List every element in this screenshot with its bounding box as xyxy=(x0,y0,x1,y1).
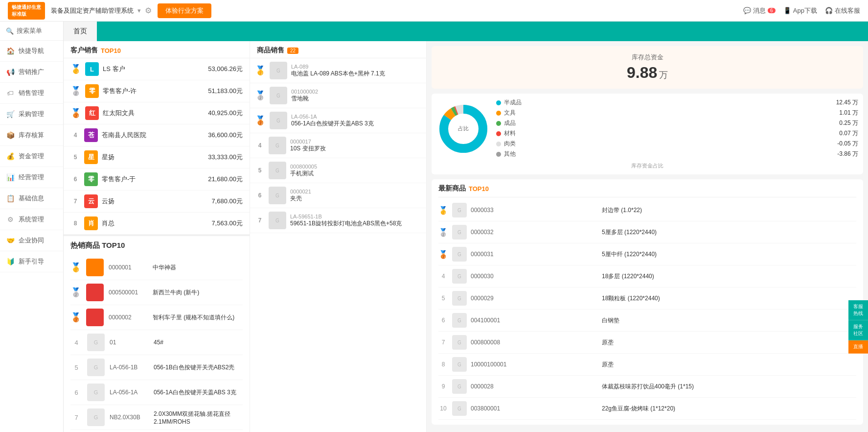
customer-name: 红太阳文具 xyxy=(103,109,204,118)
system-name: 装备及固定资产辅助管理系统 xyxy=(51,6,134,15)
product-thumbnail: G xyxy=(269,137,286,154)
rank-number: 4 xyxy=(70,339,82,346)
dropdown-arrow-icon[interactable]: ▾ xyxy=(137,7,141,14)
donut-legend-items: 半成品 12.45 万 文具 1.01 万 成品 0.25 万 材料 0.07 … xyxy=(496,98,858,158)
app-download-button[interactable]: 📱 App下载 xyxy=(783,6,817,15)
inventory-unit: 万 xyxy=(659,70,668,80)
legend-label: 半成品 xyxy=(504,98,833,107)
search-menu[interactable]: 🔍 搜索菜单 xyxy=(0,22,63,41)
customer-name: 零售客户-许 xyxy=(103,87,204,96)
latest-product-item: 5 G 0000029 18颗粒板 (1220*2440) xyxy=(438,288,856,310)
product-name: 5厘多层 (1220*2440) xyxy=(602,228,856,237)
donut-legend: 半成品 12.45 万 文具 1.01 万 成品 0.25 万 材料 0.07 … xyxy=(496,98,858,160)
logo-line1: 畅捷通好生意 xyxy=(12,4,41,11)
product-code: NB2.0X30B xyxy=(110,414,149,421)
sidebar-item-system[interactable]: ⚙ 系统管理 xyxy=(0,209,63,230)
sidebar-item-operation[interactable]: 📊 经营管理 xyxy=(0,167,63,188)
sidebar-icon-operation: 📊 xyxy=(6,173,15,182)
sidebar-item-finance[interactable]: 💰 资金管理 xyxy=(0,146,63,167)
product-code: 0000017 xyxy=(290,139,421,144)
product-thumbnail: G xyxy=(269,212,286,229)
legend-label: 材料 xyxy=(504,129,836,138)
hotline-button[interactable]: 客服热线 xyxy=(848,300,868,320)
online-service-button[interactable]: 🎧 在线客服 xyxy=(825,6,860,15)
sidebar-item-basic[interactable]: 📋 基础信息 xyxy=(0,188,63,209)
sidebar-item-corp[interactable]: 🤝 企业协同 xyxy=(0,230,63,251)
rank-number: 7 xyxy=(70,198,80,205)
latest-products-top: TOP10 xyxy=(469,185,489,192)
product-thumbnail: G xyxy=(269,162,286,179)
customer-avatar: 红 xyxy=(85,106,99,120)
tab-home[interactable]: 首页 xyxy=(64,22,97,41)
latest-product-item: 6 G 004100001 白钢垫 xyxy=(438,310,856,332)
legend-dot-icon xyxy=(496,152,501,157)
trial-button[interactable]: 体验行业方案 xyxy=(158,3,211,18)
latest-product-item: 4 G 0000030 18多层 (1220*2440) xyxy=(438,265,856,288)
service-float: 客服热线 服务社区 直播 xyxy=(848,300,868,354)
sidebar-item-marketing[interactable]: 📢 营销推广 xyxy=(0,62,63,83)
medal-gold-icon: 🥇 xyxy=(70,64,81,74)
latest-product-item: 🥇 G 0000033 封边带 (1.0*22) xyxy=(438,199,856,221)
sidebar-label-quick-nav: 快捷导航 xyxy=(19,47,44,55)
legend-value: 1.01 万 xyxy=(839,109,858,117)
product-name: 原垄 xyxy=(602,360,856,369)
customer-rank-item: 6 零 零售客户-于 21,680.00元 xyxy=(64,168,250,191)
community-button[interactable]: 服务社区 xyxy=(848,320,868,340)
product-code: 004100001 xyxy=(471,317,598,324)
product-code: 0000028 xyxy=(471,383,598,390)
sidebar-item-purchase[interactable]: 🛒 采购管理 xyxy=(0,104,63,125)
product-info: 0000017 10S 变扭罗孜 xyxy=(290,139,421,153)
rank-number: 7 xyxy=(438,339,448,346)
legend-label: 肉类 xyxy=(504,140,834,148)
product-info: LA-59651-1B 59651-1B旋转投影灯电池盒ABS黑色+58克 xyxy=(290,214,421,228)
customer-amount: 21,680.00元 xyxy=(208,175,243,184)
content-area: 首页 客户销售 TOP10 🥇 L LS 客户 53,006.26元🥈 零 零售… xyxy=(64,22,868,432)
product-thumbnail: G xyxy=(452,203,467,217)
customer-avatar: 云 xyxy=(84,194,98,208)
sidebar-item-quick-nav[interactable]: 🏠 快捷导航 xyxy=(0,41,63,62)
product-code: 0000033 xyxy=(471,207,598,214)
inventory-summary: 库存总资金 9.88 万 xyxy=(432,46,863,89)
latest-product-item: 7 G 000800008 原垄 xyxy=(438,332,856,354)
sidebar-item-inventory[interactable]: 📦 库存核算 xyxy=(0,125,63,146)
sidebar-icon-inventory: 📦 xyxy=(6,131,15,140)
inventory-amount: 9.88 xyxy=(627,64,657,81)
message-button[interactable]: 💬 消息 6 xyxy=(743,6,776,15)
product-thumbnail: G xyxy=(270,112,287,129)
product-thumbnail: G xyxy=(452,225,467,240)
latest-product-item: 🥉 G 0000031 5厘中纤 (1220*2440) xyxy=(438,243,856,265)
product-thumbnail xyxy=(86,259,104,276)
legend-dot-icon xyxy=(496,100,501,105)
rank-number: 5 xyxy=(438,295,448,302)
product-rank-badge: 22 xyxy=(287,48,298,54)
sidebar-label-sales: 销售管理 xyxy=(19,89,44,97)
legend-item: 其他 -3.86 万 xyxy=(496,150,858,158)
hot-product-item: 4 G 01 45# xyxy=(70,330,243,355)
product-thumbnail: G xyxy=(452,401,467,416)
hot-product-item: 🥇 0000001 中华神器 xyxy=(70,255,243,280)
product-name: 夹壳 xyxy=(290,194,421,203)
headset-icon: 🎧 xyxy=(825,7,833,14)
rank-number: 6 xyxy=(438,317,448,324)
customer-rank-list: 🥇 L LS 客户 53,006.26元🥈 零 零售客户-许 51,183.00… xyxy=(64,58,250,235)
legend-value: -3.86 万 xyxy=(837,150,858,158)
rank-number: 6 xyxy=(255,192,265,199)
inventory-title: 库存总资金 xyxy=(438,53,856,62)
sidebar-item-guide[interactable]: 🔰 新手引导 xyxy=(0,251,63,272)
sidebar-item-sales[interactable]: 🏷 销售管理 xyxy=(0,83,63,104)
customer-rank-item: 🥈 零 零售客户-许 51,183.00元 xyxy=(64,80,250,102)
live-button[interactable]: 直播 xyxy=(848,340,868,354)
sidebar-label-basic: 基础信息 xyxy=(19,194,44,203)
sidebar-icon-purchase: 🛒 xyxy=(6,110,15,119)
medal-icon: 🥈 xyxy=(438,228,448,237)
customer-amount: 53,006.26元 xyxy=(208,65,243,73)
sidebar-icon-corp: 🤝 xyxy=(6,236,15,245)
medal-silver-icon: 🥈 xyxy=(255,90,266,101)
product-code: 001000002 xyxy=(291,89,421,95)
product-code: 0000002 xyxy=(109,314,148,321)
product-code: 10000100001 xyxy=(471,361,598,368)
latest-product-item: 9 G 0000028 体裁荔枝味苏打饮品400毫升 (1*15) xyxy=(438,376,856,398)
product-thumbnail: G xyxy=(452,291,467,306)
product-name: 电池盖 LA-089 ABS本色+黑种 7.1克 xyxy=(291,70,421,78)
settings-icon[interactable]: ⚙ xyxy=(145,6,152,15)
